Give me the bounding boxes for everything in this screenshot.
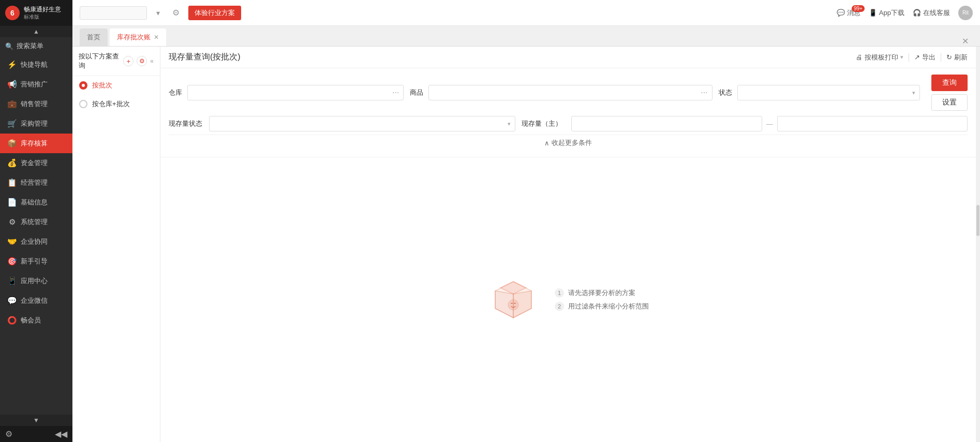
search-row-2: 现存量状态 ▾ 现存量（主） —: [169, 116, 968, 131]
search-icon: 🔍: [5, 42, 13, 50]
basic-info-icon: 📄: [7, 198, 17, 207]
stock-status-label: 现存量状态: [169, 119, 205, 128]
status-select[interactable]: ▾: [737, 85, 920, 100]
sidebar-nav: ⚡ 快捷导航 📢 营销推广 💼 销售管理 🛒 采购管理 📦 库存核算 💰 资金管…: [0, 55, 72, 415]
export-icon: ↗: [914, 53, 920, 61]
tip-text-2: 用过滤条件来缩小分析范围: [568, 302, 649, 311]
sidebar-item-label: 畅会员: [21, 316, 41, 325]
filter-settings-button[interactable]: ⚙: [137, 56, 147, 66]
sidebar-item-label: 经营管理: [21, 178, 48, 187]
sidebar-item-app-center[interactable]: 📱 应用中心: [0, 271, 72, 291]
goods-input[interactable]: ···: [428, 85, 712, 100]
field-settings-button[interactable]: 设置: [931, 94, 968, 111]
sales-icon: 💼: [7, 99, 17, 109]
tab-panel-close-button[interactable]: ✕: [958, 36, 973, 46]
print-label: 按模板打印: [865, 53, 898, 62]
warehouse-dots[interactable]: ···: [392, 88, 399, 97]
topbar-right: 💬 消息 99+ 📱 App下载 🎧 在线客服 Rit: [837, 6, 973, 20]
warehouse-input[interactable]: ···: [187, 85, 404, 100]
settings-bottom-icon[interactable]: ⚙: [5, 429, 12, 439]
edition-label: 标准版: [24, 13, 61, 20]
main-area: ▾ ⚙ 体验行业方案 💬 消息 99+ 📱 App下载 🎧 在线客服 Rit: [72, 0, 980, 442]
collapse-more-button[interactable]: ∧ 收起更多条件: [169, 135, 968, 151]
refresh-icon: ↻: [946, 53, 952, 61]
tip-num-2: 2: [555, 302, 564, 311]
page-actions: 🖨 按模板打印 ▾ ↗ 导出 ↻ 刷新: [856, 53, 968, 62]
warehouse-label: 仓库: [169, 88, 183, 97]
scrollbar-thumb[interactable]: [976, 205, 979, 236]
sidebar-item-label: 快捷导航: [21, 60, 48, 69]
scrollbar-track[interactable]: [976, 47, 980, 442]
action-divider-1: [909, 53, 909, 62]
print-dropdown-icon[interactable]: ▾: [900, 54, 903, 61]
sidebar-item-enterprise[interactable]: 🤝 企业协同: [0, 232, 72, 252]
sidebar-scroll-down[interactable]: ▼: [0, 415, 72, 426]
sidebar-item-purchase[interactable]: 🛒 采购管理: [0, 114, 72, 134]
search-buttons: 查询 设置: [931, 75, 968, 111]
user-avatar[interactable]: Rit: [958, 6, 973, 20]
sidebar-item-newbie[interactable]: 🎯 新手引导: [0, 252, 72, 271]
tab-home[interactable]: 首页: [80, 28, 108, 46]
company-name: 畅康通好生意: [24, 6, 61, 14]
inactive-radio-icon: [79, 100, 87, 108]
message-icon: 💬: [837, 9, 845, 17]
topbar-settings-button[interactable]: ⚙: [169, 6, 183, 20]
sidebar-item-system[interactable]: ⚙ 系统管理: [0, 212, 72, 232]
topbar-dropdown-button[interactable]: ▾: [152, 7, 164, 19]
sidebar-item-label: 企业微信: [21, 296, 48, 305]
tab-batch-account-label: 库存批次账: [117, 33, 151, 42]
sidebar-search[interactable]: 🔍 搜索菜单: [0, 37, 72, 55]
stock-status-chevron: ▾: [508, 121, 511, 127]
collapse-sidebar-icon[interactable]: ◀◀: [55, 429, 67, 439]
stock-qty-to-input[interactable]: [777, 116, 968, 131]
trial-button[interactable]: 体验行业方案: [188, 6, 241, 20]
quick-nav-icon: ⚡: [7, 60, 17, 69]
sidebar-item-basic-info[interactable]: 📄 基础信息: [0, 193, 72, 212]
svg-point-4: [508, 300, 518, 310]
page-title-bar: 现存量查询(按批次) 🖨 按模板打印 ▾ ↗ 导出 ↻ 刷: [160, 47, 976, 68]
goods-field: 商品 ···: [410, 85, 712, 100]
sidebar-item-wechat[interactable]: 💬 企业微信: [0, 291, 72, 311]
empty-tips: 1 请先选择要分析的方案 2 用过滤条件来缩小分析范围: [555, 288, 649, 311]
messages-button[interactable]: 💬 消息 99+: [837, 8, 860, 18]
online-service-button[interactable]: 🎧 在线客服: [913, 8, 950, 18]
tab-close-icon[interactable]: ✕: [154, 34, 159, 40]
member-icon: ⭕: [7, 316, 17, 325]
stock-qty-from-input[interactable]: [571, 116, 762, 131]
sidebar-scroll-up[interactable]: ▲: [0, 26, 72, 37]
print-button[interactable]: 🖨 按模板打印 ▾: [856, 53, 903, 62]
filter-item-by-warehouse-batch[interactable]: 按仓库+批次: [72, 95, 160, 113]
sidebar-item-member[interactable]: ⭕ 畅会员: [0, 311, 72, 330]
sidebar-item-quick-nav[interactable]: ⚡ 快捷导航: [0, 55, 72, 75]
query-button[interactable]: 查询: [931, 75, 968, 91]
export-button[interactable]: ↗ 导出: [914, 53, 936, 62]
filter-panel-header: 按以下方案查询 + ⚙ «: [72, 47, 160, 76]
sidebar-item-label: 营销推广: [21, 80, 48, 89]
tab-batch-account[interactable]: 库存批次账 ✕: [110, 28, 166, 46]
avatar-text: Rit: [962, 10, 969, 16]
tabs-bar: 首页 库存批次账 ✕ ✕: [72, 26, 980, 47]
stock-qty-field: 现存量（主） —: [522, 116, 968, 131]
filter-collapse-button[interactable]: «: [150, 57, 154, 65]
radio-dot: [82, 84, 85, 87]
app-download-label: App下载: [879, 8, 904, 18]
sidebar-item-marketing[interactable]: 📢 营销推广: [0, 75, 72, 94]
sidebar-item-operations[interactable]: 📋 经营管理: [0, 173, 72, 193]
action-divider-2: [941, 53, 941, 62]
empty-icon-area: [487, 274, 539, 326]
sidebar-item-sales[interactable]: 💼 销售管理: [0, 94, 72, 114]
empty-state: 1 请先选择要分析的方案 2 用过滤条件来缩小分析范围: [160, 157, 976, 442]
filter-item-by-batch[interactable]: 按批次: [72, 76, 160, 95]
goods-label: 商品: [410, 88, 424, 97]
refresh-button[interactable]: ↻ 刷新: [946, 53, 968, 62]
stock-status-select[interactable]: ▾: [209, 116, 515, 131]
app-download-button[interactable]: 📱 App下载: [869, 8, 904, 18]
topbar-search-input[interactable]: [80, 6, 147, 20]
sidebar-item-finance[interactable]: 💰 资金管理: [0, 153, 72, 173]
search-area: 仓库 ··· 商品 ··· 状态: [160, 68, 976, 157]
filter-panel-title: 按以下方案查询: [79, 52, 123, 70]
sidebar-item-inventory[interactable]: 📦 库存核算: [0, 134, 72, 153]
filter-add-button[interactable]: +: [123, 56, 133, 66]
goods-dots[interactable]: ···: [701, 88, 707, 97]
status-field: 状态 ▾: [719, 85, 920, 100]
